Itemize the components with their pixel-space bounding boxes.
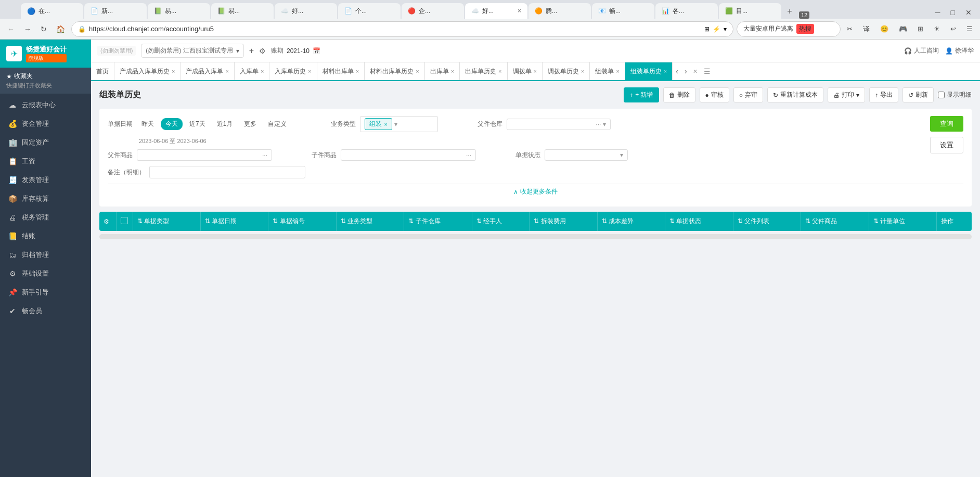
col-unit[interactable]: ⇅ 计量单位: [869, 212, 936, 231]
biz-type-tag-remove[interactable]: ×: [384, 121, 387, 127]
bill-status-dropdown[interactable]: ▾: [620, 151, 623, 159]
tab-outbound-history[interactable]: 出库单历史 ×: [460, 62, 507, 81]
export-button[interactable]: ↑ 导出: [869, 87, 898, 102]
tab-close-all[interactable]: ×: [690, 67, 701, 75]
col-bill-date[interactable]: ⇅ 单据日期: [200, 212, 268, 231]
tab-material-outbound[interactable]: 材料出库单 ×: [317, 62, 365, 81]
sidebar-item-cloud-report[interactable]: ☁ 云报表中心: [0, 96, 91, 114]
sidebar-item-archive[interactable]: 🗂 归档管理: [0, 246, 91, 264]
close-button[interactable]: ✕: [961, 6, 976, 19]
home-button[interactable]: 🏠: [53, 23, 68, 35]
col-child-warehouse[interactable]: ⇅ 子件仓库: [404, 212, 472, 231]
browser-tab-12[interactable]: 🟩 目...: [719, 3, 781, 19]
sidebar-item-membership[interactable]: ✔ 畅会员: [0, 302, 91, 320]
date-custom[interactable]: 自定义: [263, 118, 291, 130]
company-selector[interactable]: (勿删勿禁用) 江西服宝测试专用 ▾: [141, 44, 243, 58]
address-bar[interactable]: 🔒 https://cloud.chanjet.com/accounting/u…: [71, 21, 733, 37]
minimize-button[interactable]: ─: [931, 6, 945, 19]
tab8-close[interactable]: ×: [518, 7, 521, 15]
tab-scroll-left[interactable]: ‹: [673, 67, 681, 75]
tab-finished-goods-close[interactable]: ×: [225, 68, 228, 74]
tab-assembly-history-close[interactable]: ×: [664, 68, 667, 74]
maximize-button[interactable]: □: [947, 6, 959, 19]
menu-button[interactable]: ☰: [963, 23, 976, 34]
col-checkbox[interactable]: [116, 212, 133, 231]
browser-tab-4[interactable]: 📗 易...: [211, 3, 274, 19]
col-biz-type[interactable]: ⇅ 业务类型: [336, 212, 404, 231]
back-button[interactable]: ←: [4, 23, 18, 35]
sidebar-item-tax[interactable]: 🖨 税务管理: [0, 208, 91, 227]
refresh-button[interactable]: ↺ 刷新: [902, 87, 934, 102]
horizontal-scrollbar[interactable]: [99, 234, 972, 239]
tab-finished-goods-history-close[interactable]: ×: [172, 68, 175, 74]
parent-goods-ellipsis[interactable]: ···: [262, 151, 267, 159]
undo-button[interactable]: ↩: [947, 23, 959, 34]
new-tab-button[interactable]: +: [782, 4, 797, 19]
col-parent-goods[interactable]: ⇅ 父件商品: [801, 212, 869, 231]
tab-assembly-close[interactable]: ×: [616, 68, 619, 74]
browser-tab-5[interactable]: ☁️ 好...: [275, 3, 337, 19]
sidebar-item-invoice[interactable]: 🧾 发票管理: [0, 171, 91, 189]
set-button[interactable]: 设置: [930, 137, 963, 153]
tab-outbound[interactable]: 出库单 ×: [425, 62, 460, 81]
date-7days[interactable]: 近7天: [185, 118, 210, 130]
tab-outbound-close[interactable]: ×: [451, 68, 454, 74]
col-bill-status[interactable]: ⇅ 单据状态: [665, 212, 733, 231]
date-1month[interactable]: 近1月: [212, 118, 238, 130]
date-more[interactable]: 更多: [239, 118, 261, 130]
browser-tab-8[interactable]: ☁️ 好... ×: [465, 3, 527, 19]
date-today[interactable]: 今天: [161, 118, 183, 130]
settings-gear-button[interactable]: ⚙: [259, 47, 266, 55]
tab-outbound-history-close[interactable]: ×: [498, 68, 501, 74]
browser-tab-6[interactable]: 📄 个...: [338, 3, 401, 19]
add-company-button[interactable]: +: [249, 46, 254, 56]
sidebar-item-fixed-assets[interactable]: 🏢 固定资产: [0, 133, 91, 152]
scissors-button[interactable]: ✂: [844, 23, 856, 34]
tab-transfer-history[interactable]: 调拨单历史 ×: [543, 62, 590, 81]
tab-finished-goods-history[interactable]: 产成品入库单历史 ×: [114, 62, 180, 81]
search-bar[interactable]: 大量安卓用户逃离 热搜: [737, 21, 841, 37]
reload-button[interactable]: ↻: [37, 23, 50, 35]
tab-inbound[interactable]: 入库单 ×: [235, 62, 269, 81]
sun-button[interactable]: ☀: [931, 23, 943, 34]
sidebar-item-payroll[interactable]: 📋 工资: [0, 152, 91, 171]
sidebar-item-guide[interactable]: 📌 新手引导: [0, 283, 91, 302]
delete-button[interactable]: 🗑 删除: [663, 87, 695, 102]
tab-finished-goods[interactable]: 产成品入库单 ×: [180, 62, 234, 81]
game-button[interactable]: 🎮: [896, 23, 910, 34]
browser-tab-7[interactable]: 🔴 企...: [402, 3, 464, 19]
user-item[interactable]: 👤 徐泽华: [945, 46, 974, 55]
parent-warehouse-ellipsis[interactable]: ···: [596, 121, 601, 128]
new-button[interactable]: + + 新增: [624, 87, 659, 102]
abandon-button[interactable]: ○ 弃审: [733, 87, 763, 102]
parent-warehouse-dropdown[interactable]: ▾: [603, 121, 606, 128]
tab-inbound-history-close[interactable]: ×: [308, 68, 311, 74]
browser-tab-2[interactable]: 📄 新...: [84, 3, 147, 19]
col-disassembly-fee[interactable]: ⇅ 拆装费用: [530, 212, 597, 231]
show-detail-toggle[interactable]: 显示明细: [938, 91, 972, 99]
tab-material-outbound-history[interactable]: 材料出库单历史 ×: [365, 62, 424, 81]
tab-inbound-history[interactable]: 入库单历史 ×: [269, 62, 317, 81]
col-settings[interactable]: ⚙: [99, 212, 116, 231]
forward-button[interactable]: →: [21, 23, 34, 35]
col-bill-no[interactable]: ⇅ 单据编号: [268, 212, 336, 231]
tab-options[interactable]: ☰: [701, 67, 714, 75]
translate-button[interactable]: 译: [860, 23, 873, 35]
child-goods-ellipsis[interactable]: ···: [466, 151, 471, 159]
tab-transfer-close[interactable]: ×: [534, 68, 537, 74]
col-cost-diff[interactable]: ⇅ 成本差异: [597, 212, 665, 231]
date-yesterday[interactable]: 昨天: [137, 118, 159, 130]
tab-assembly-history[interactable]: 组装单历史 ×: [625, 62, 673, 81]
browser-tab-3[interactable]: 📗 易...: [148, 3, 210, 19]
show-detail-checkbox[interactable]: [938, 92, 945, 98]
biz-type-dropdown[interactable]: ▾: [394, 121, 397, 128]
tab-scroll-right[interactable]: ›: [681, 67, 690, 75]
sidebar-item-inventory[interactable]: 📦 库存核算: [0, 189, 91, 208]
browser-tab-1[interactable]: 🔵 在...: [21, 3, 83, 19]
collapse-bar[interactable]: ∧ 收起更多条件: [108, 184, 963, 199]
tab-material-outbound-close[interactable]: ×: [356, 68, 359, 74]
tab-inbound-close[interactable]: ×: [261, 68, 264, 74]
emoji-button[interactable]: 😊: [877, 23, 892, 34]
sidebar-item-fund-mgmt[interactable]: 💰 资金管理: [0, 114, 91, 133]
support-item[interactable]: 🎧 人工咨询: [904, 46, 939, 55]
